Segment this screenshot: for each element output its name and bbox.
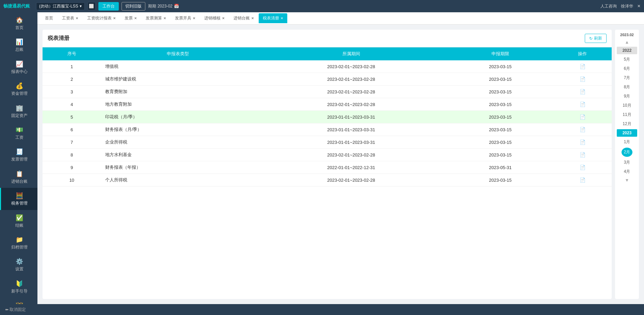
action-icon-3[interactable]: 📄 <box>580 89 585 94</box>
cell-action[interactable]: 📄 <box>553 73 612 86</box>
table-container: 序号申报表类型所属期间申报期限操作 1增值税2023-02-01~2023-02… <box>43 47 612 299</box>
guide-icon: 🔰 <box>16 280 23 287</box>
month-item-2022-8月[interactable]: 8月 <box>615 82 639 92</box>
cell-index: 7 <box>43 136 101 149</box>
tab-close-salary_report[interactable]: ✕ <box>113 16 116 20</box>
month-item-2023-1月[interactable]: 1月 <box>615 137 639 147</box>
tab-close-salary[interactable]: ✕ <box>76 16 78 20</box>
cell-index: 3 <box>43 86 101 98</box>
sidebar-label-report: 报表中心 <box>11 69 28 74</box>
tab-invoice_calc[interactable]: 发票测算✕ <box>142 13 170 23</box>
date-panel-down-arrow[interactable]: ▼ <box>615 176 639 184</box>
customer-service-link[interactable]: 人工咨询 <box>600 3 617 9</box>
sidebar-item-tax[interactable]: 🧮税务管理 <box>0 188 37 210</box>
sidebar-label-home: 首页 <box>15 25 23 30</box>
cell-action[interactable]: 📄 <box>553 123 612 136</box>
tab-tax_register[interactable]: 税表清册✕ <box>259 13 287 23</box>
action-icon-1[interactable]: 📄 <box>580 64 585 69</box>
cell-action[interactable]: 📄 <box>553 60 612 73</box>
tab-purchase_check[interactable]: 进销稽核✕ <box>200 13 229 23</box>
action-icon-4[interactable]: 📄 <box>580 102 585 107</box>
action-icon-9[interactable]: 📄 <box>580 165 585 170</box>
cell-deadline: 2023-03-15 <box>447 111 553 123</box>
sidebar-item-fund[interactable]: 💰资金管理 <box>0 78 37 100</box>
tab-close-purchase_ledger[interactable]: ✕ <box>251 16 254 20</box>
cell-action[interactable]: 📄 <box>553 98 612 111</box>
sidebar-item-salary[interactable]: 💵工资 <box>0 122 37 144</box>
cell-deadline: 2023-05-31 <box>447 161 553 174</box>
purchase-icon: 📋 <box>16 170 23 178</box>
tab-invoice_open[interactable]: 发票开具✕ <box>171 13 199 23</box>
unpin-button[interactable]: ⬅ 取消固定 <box>5 307 26 313</box>
table-row: 10个人所得税2023-02-01~2023-02-282023-03-15📄 <box>43 174 612 186</box>
action-icon-5[interactable]: 📄 <box>580 114 585 120</box>
tab-close-invoice[interactable]: ✕ <box>134 16 137 20</box>
action-icon-8[interactable]: 📄 <box>580 152 585 158</box>
tab-salary_report[interactable]: 工资统计报表✕ <box>83 13 120 23</box>
sidebar-label-settings: 设置 <box>15 267 23 271</box>
archive-icon: 📁 <box>16 236 23 243</box>
sidebar-item-ledger[interactable]: 📊总账 <box>0 34 37 56</box>
sidebar-item-report[interactable]: 📈报表中心 <box>0 56 37 78</box>
cell-action[interactable]: 📄 <box>553 149 612 161</box>
tab-salary[interactable]: 工资表✕ <box>58 13 82 23</box>
month-item-2023-4月[interactable]: 4月 <box>615 167 639 176</box>
calendar-icon[interactable]: 📅 <box>174 4 179 9</box>
month-item-2022-7月[interactable]: 7月 <box>615 73 639 82</box>
month-item-2023-2月[interactable]: 2月 <box>622 148 632 157</box>
sidebar-item-invoice[interactable]: 🧾发票管理 <box>0 144 37 166</box>
cell-type: 个人所得税 <box>101 174 255 186</box>
sidebar-item-home[interactable]: 🏠首页 <box>0 12 37 34</box>
tab-purchase_ledger[interactable]: 进销台账✕ <box>229 13 258 23</box>
sidebar-item-archive[interactable]: 📁归档管理 <box>0 232 37 254</box>
sidebar-item-asset[interactable]: 🏢固定资产 <box>0 100 37 122</box>
tab-home[interactable]: 首页 <box>41 13 57 23</box>
tab-label-salary: 工资表 <box>62 15 74 21</box>
month-item-2022-11月[interactable]: 11月 <box>615 110 639 119</box>
home-icon: 🏠 <box>16 16 23 24</box>
switch-version-button[interactable]: 切到旧版 <box>122 2 145 11</box>
sidebar-item-guide[interactable]: 🔰新手引导 <box>0 276 37 298</box>
action-icon-7[interactable]: 📄 <box>580 139 585 145</box>
cell-index: 8 <box>43 149 101 161</box>
tab-label-purchase_ledger: 进销台账 <box>234 15 250 21</box>
sidebar-item-member[interactable]: 👑畅会员 <box>0 298 37 304</box>
sidebar-label-purchase: 进销台账 <box>11 179 28 184</box>
asset-icon: 🏢 <box>16 104 23 112</box>
date-panel-up-arrow[interactable]: ▲ <box>615 38 639 46</box>
sidebar-item-settings[interactable]: ⚙️设置 <box>0 254 37 275</box>
cell-action[interactable]: 📄 <box>553 174 612 186</box>
cell-action[interactable]: 📄 <box>553 86 612 98</box>
action-icon-2[interactable]: 📄 <box>580 76 585 82</box>
action-icon-10[interactable]: 📄 <box>580 177 585 183</box>
copy-icon[interactable]: ⬜ <box>87 2 96 10</box>
company-selector[interactable]: (勿动）江西服宝-LSS ▾ <box>36 2 85 10</box>
cell-action[interactable]: 📄 <box>553 111 612 123</box>
month-item-2022-12月[interactable]: 12月 <box>615 119 639 129</box>
table-row: 9财务报表（年报）2022-01-01~2022-12-312023-05-31… <box>43 161 612 174</box>
tab-close-invoice_calc[interactable]: ✕ <box>163 16 166 20</box>
company-name: (勿动）江西服宝-LSS <box>39 3 78 9</box>
cell-action[interactable]: 📄 <box>553 161 612 174</box>
month-item-2022-5月[interactable]: 5月 <box>615 55 639 64</box>
right-actions: 人工咨询 徐泽华 ✕ <box>600 3 641 9</box>
month-item-2023-3月[interactable]: 3月 <box>615 158 639 167</box>
cell-type: 教育费附加 <box>101 86 255 98</box>
cell-type: 城市维护建设税 <box>101 73 255 86</box>
user-menu[interactable]: 徐泽华 <box>621 3 633 9</box>
workbench-button[interactable]: 工作台 <box>98 2 119 11</box>
tab-close-purchase_check[interactable]: ✕ <box>222 16 225 20</box>
tab-invoice[interactable]: 发票✕ <box>120 13 141 23</box>
close-icon[interactable]: ✕ <box>637 4 641 9</box>
sidebar-item-purchase[interactable]: 📋进销台账 <box>0 166 37 188</box>
action-icon-6[interactable]: 📄 <box>580 127 585 132</box>
month-item-2022-9月[interactable]: 9月 <box>615 92 639 101</box>
tab-close-tax_register[interactable]: ✕ <box>280 16 283 20</box>
sidebar-item-settlement[interactable]: ✅结账 <box>0 210 37 232</box>
table-row: 5印花税（月/季）2023-01-01~2023-03-312023-03-15… <box>43 111 612 123</box>
cell-action[interactable]: 📄 <box>553 136 612 149</box>
tab-close-invoice_open[interactable]: ✕ <box>193 16 195 20</box>
month-item-2022-10月[interactable]: 10月 <box>615 101 639 110</box>
month-item-2022-6月[interactable]: 6月 <box>615 64 639 73</box>
refresh-button[interactable]: ↻ 刷新 <box>585 34 607 43</box>
